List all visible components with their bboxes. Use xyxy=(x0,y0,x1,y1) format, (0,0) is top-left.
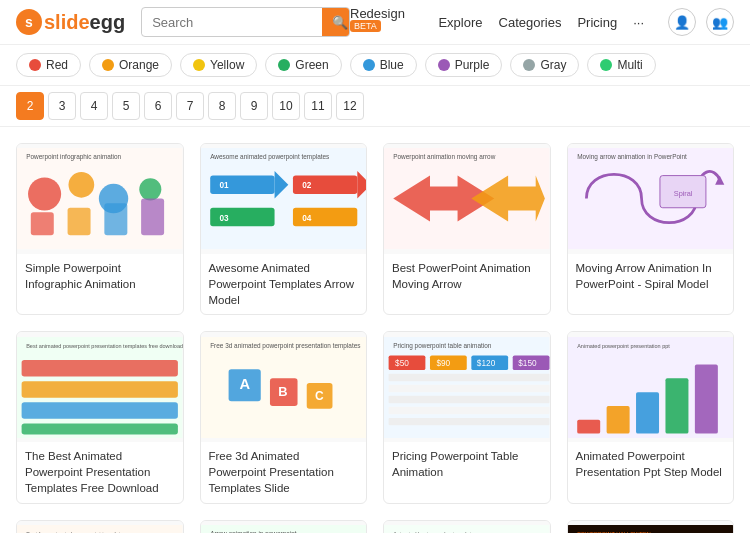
page-btn-11[interactable]: 11 xyxy=(304,92,332,120)
card-thumb-8: Animated powerpoint presentation ppt xyxy=(568,332,734,442)
pagination: 23456789101112 xyxy=(0,86,750,127)
card-thumb-7: Pricing powerpoint table animation $50 $… xyxy=(384,332,550,442)
logo-text: slideegg xyxy=(44,11,125,34)
card-title-2: Awesome Animated Powerpoint Templates Ar… xyxy=(201,254,367,314)
svg-text:03: 03 xyxy=(219,214,229,223)
card-thumb-10: Arrow animation in powerpoint xyxy=(201,521,367,533)
page-btn-5[interactable]: 5 xyxy=(112,92,140,120)
svg-rect-8 xyxy=(104,204,127,236)
card-7[interactable]: Pricing powerpoint table animation $50 $… xyxy=(383,331,551,503)
svg-point-3 xyxy=(68,172,94,198)
logo[interactable]: s slideegg xyxy=(16,9,125,35)
color-chip-purple[interactable]: Purple xyxy=(425,53,503,77)
nav-categories[interactable]: Categories xyxy=(499,15,562,30)
color-chip-green[interactable]: Green xyxy=(265,53,341,77)
color-chip-gray[interactable]: Gray xyxy=(510,53,579,77)
card-title-3: Best PowerPoint Animation Moving Arrow xyxy=(384,254,550,298)
svg-text:$150: $150 xyxy=(518,359,537,368)
nav: Redesign BETA Explore Categories Pricing… xyxy=(350,6,734,37)
svg-text:Powerpoint infographic animati: Powerpoint infographic animation xyxy=(26,153,121,161)
color-chip-orange[interactable]: Orange xyxy=(89,53,172,77)
card-5[interactable]: Best animated powerpoint presentation te… xyxy=(16,331,184,503)
svg-text:Pricing powerpoint table anima: Pricing powerpoint table animation xyxy=(393,342,492,350)
card-4[interactable]: Moving arrow animation in PowerPoint Spi… xyxy=(567,143,735,315)
page-btn-8[interactable]: 8 xyxy=(208,92,236,120)
page-btn-9[interactable]: 9 xyxy=(240,92,268,120)
card-title-4: Moving Arrow Animation In PowerPoint - S… xyxy=(568,254,734,298)
card-11[interactable]: Animated business plan template Animated… xyxy=(383,520,551,533)
svg-rect-59 xyxy=(389,418,550,425)
card-title-7: Pricing Powerpoint Table Animation xyxy=(384,442,550,486)
card-12[interactable]: POWERPOINT HALLOWEEN ANIMATIONS Powerpoi… xyxy=(567,520,735,533)
card-thumb-2: Awesome animated powerpoint templates 01… xyxy=(201,144,367,254)
card-title-8: Animated Powerpoint Presentation Ppt Ste… xyxy=(568,442,734,486)
nav-redesign[interactable]: Redesign BETA xyxy=(350,6,422,37)
color-chip-yellow[interactable]: Yellow xyxy=(180,53,257,77)
svg-rect-36 xyxy=(22,423,178,434)
page-btn-6[interactable]: 6 xyxy=(144,92,172,120)
search-button[interactable]: 🔍 xyxy=(322,8,350,36)
color-chip-multi[interactable]: Multi xyxy=(587,53,655,77)
svg-rect-57 xyxy=(389,396,550,403)
svg-rect-26 xyxy=(568,148,733,249)
page-btn-7[interactable]: 7 xyxy=(176,92,204,120)
nav-icons: 👤 👥 xyxy=(668,8,734,36)
search-input[interactable] xyxy=(142,11,322,34)
user-icon[interactable]: 👤 xyxy=(668,8,696,36)
card-title-5: The Best Animated Powerpoint Presentatio… xyxy=(17,442,183,502)
svg-rect-35 xyxy=(22,402,178,419)
color-chip-red[interactable]: Red xyxy=(16,53,81,77)
card-title-6: Free 3d Animated Powerpoint Presentation… xyxy=(201,442,367,502)
search-bar: 🔍 xyxy=(141,7,350,37)
svg-point-5 xyxy=(139,179,161,201)
card-grid: Powerpoint infographic animation Simple … xyxy=(0,127,750,533)
color-chip-blue[interactable]: Blue xyxy=(350,53,417,77)
svg-rect-56 xyxy=(389,385,550,392)
svg-rect-64 xyxy=(636,392,659,433)
card-8[interactable]: Animated powerpoint presentation ppt Ani… xyxy=(567,331,735,503)
card-thumb-6: Free 3d animated powerpoint presentation… xyxy=(201,332,367,442)
card-thumb-4: Moving arrow animation in PowerPoint Spi… xyxy=(568,144,734,254)
page-btn-3[interactable]: 3 xyxy=(48,92,76,120)
svg-rect-34 xyxy=(22,381,178,398)
svg-rect-65 xyxy=(665,378,688,433)
nav-pricing[interactable]: Pricing xyxy=(577,15,617,30)
card-1[interactable]: Powerpoint infographic animation Simple … xyxy=(16,143,184,315)
logo-icon: s xyxy=(16,9,42,35)
svg-rect-55 xyxy=(389,373,550,380)
svg-rect-9 xyxy=(141,199,164,236)
card-10[interactable]: Arrow animation in powerpoint Steps Arro… xyxy=(200,520,368,533)
card-6[interactable]: Free 3d animated powerpoint presentation… xyxy=(200,331,368,503)
card-2[interactable]: Awesome animated powerpoint templates 01… xyxy=(200,143,368,315)
svg-point-2 xyxy=(28,178,61,211)
svg-text:B: B xyxy=(278,384,287,399)
card-3[interactable]: Powerpoint animation moving arrow Best P… xyxy=(383,143,551,315)
svg-text:Best animated powerpoint prese: Best animated powerpoint presentation te… xyxy=(26,343,182,349)
page-btn-12[interactable]: 12 xyxy=(336,92,364,120)
card-thumb-9: Best free animated powerpoint templates xyxy=(17,521,183,533)
nav-more[interactable]: ··· xyxy=(633,15,644,30)
color-filter: RedOrangeYellowGreenBluePurpleGrayMulti xyxy=(0,45,750,86)
card-thumb-3: Powerpoint animation moving arrow xyxy=(384,144,550,254)
card-thumb-12: POWERPOINT HALLOWEEN ANIMATIONS xyxy=(568,521,734,533)
svg-rect-10 xyxy=(201,148,366,249)
page-btn-10[interactable]: 10 xyxy=(272,92,300,120)
page-btn-2[interactable]: 2 xyxy=(16,92,44,120)
svg-text:A: A xyxy=(239,376,250,392)
svg-text:Free 3d animated powerpoint pr: Free 3d animated powerpoint presentation… xyxy=(210,342,360,350)
svg-text:C: C xyxy=(315,388,324,402)
svg-text:04: 04 xyxy=(302,214,312,223)
card-title-1: Simple Powerpoint Infographic Animation xyxy=(17,254,183,298)
svg-text:$50: $50 xyxy=(395,359,409,368)
nav-explore[interactable]: Explore xyxy=(438,15,482,30)
card-9[interactable]: Best free animated powerpoint templates … xyxy=(16,520,184,533)
card-thumb-5: Best animated powerpoint presentation te… xyxy=(17,332,183,442)
profile-icon[interactable]: 👥 xyxy=(706,8,734,36)
svg-rect-6 xyxy=(31,213,54,236)
svg-rect-63 xyxy=(606,406,629,434)
header: s slideegg 🔍 Redesign BETA Explore Categ… xyxy=(0,0,750,45)
page-btn-4[interactable]: 4 xyxy=(80,92,108,120)
svg-text:Moving arrow animation in Powe: Moving arrow animation in PowerPoint xyxy=(577,153,687,161)
svg-text:Powerpoint animation moving ar: Powerpoint animation moving arrow xyxy=(393,153,495,161)
svg-text:02: 02 xyxy=(302,182,312,191)
